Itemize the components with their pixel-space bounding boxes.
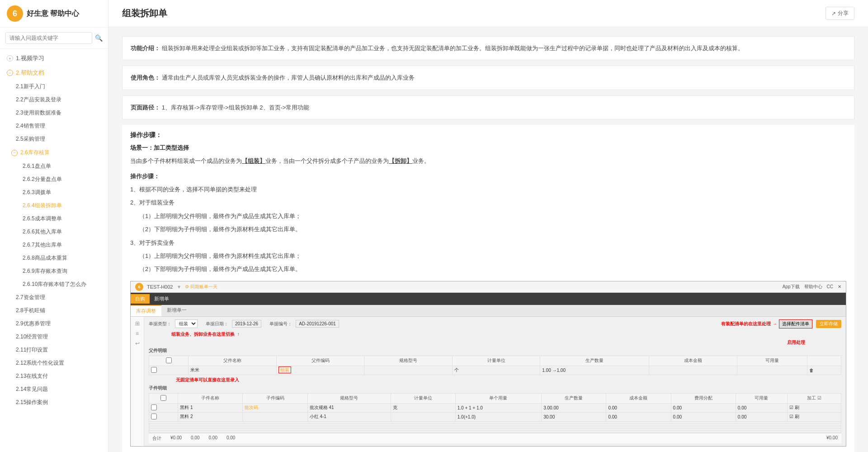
step2-text: 2、对于组装业务	[130, 197, 846, 208]
ss-cell-unit1: 个	[452, 366, 540, 375]
sidebar-item-2-6-5[interactable]: 2.6.5成本调整单	[0, 212, 108, 225]
ss-cell-avail1	[737, 366, 807, 375]
ops-title: 操作步骤：	[130, 131, 846, 139]
ss-cell2-spec1: 批次规格 41	[307, 403, 391, 412]
ops-steps-label: 操作步骤：	[130, 171, 846, 181]
ss-select-bom-btn[interactable]: 选择配件清单	[779, 319, 812, 328]
sidebar-item-2-15[interactable]: 2.15操作案例	[0, 396, 108, 409]
ss-icon-2: ≡	[136, 330, 139, 337]
ss-save-btn[interactable]: 立即存储	[816, 320, 841, 328]
ss-type-label: 单据类型：	[149, 321, 171, 327]
ss-cell2-spec2: 小红 4-1	[307, 412, 391, 421]
sidebar-item-2-2[interactable]: 2.2产品安装及登录	[0, 93, 108, 106]
search-box: 🔍	[0, 28, 108, 49]
scenario-title: 场景一：加工类型选择	[130, 144, 846, 152]
ss-child-cb1[interactable]	[151, 404, 157, 410]
ss-th-op2: 加工 ☑	[787, 393, 841, 403]
nav-label-2-6: 2.6库存核算	[20, 149, 50, 157]
step3-text: 3、对于拆卖业务	[130, 238, 846, 248]
ops-steps-content: 操作步骤： 1、根据不同的业务，选择不同单据的类型来处理 2、对于组装业务 （1…	[130, 171, 846, 275]
sidebar-item-1[interactable]: + 1.视频学习	[0, 51, 108, 66]
ss-cell2-fee1: 0.00	[671, 403, 736, 412]
sidebar-item-2-1[interactable]: 2.1新手入门	[0, 80, 108, 93]
ss-th-spec2: 规格型号	[307, 393, 391, 403]
sidebar-item-2-6-3[interactable]: 2.6.3调拨单	[0, 186, 108, 199]
sidebar-item-2-14[interactable]: 2.14常见问题	[0, 383, 108, 396]
logo-icon: 6	[7, 5, 23, 22]
ss-annotation3-area: 启用处理	[149, 339, 841, 346]
sidebar-item-2-6-2[interactable]: 2.6.2分量盘点单	[0, 173, 108, 186]
ss-empty-row7	[149, 430, 841, 433]
sidebar-item-2-11[interactable]: 2.11打印设置	[0, 343, 108, 357]
page-title: 组装拆卸单	[122, 7, 167, 19]
screenshot-container: 6 TEST-H002 ▼ ⚙ 同期账单一天 App下载 帮助中心 CC ✕ 自…	[130, 281, 846, 447]
ss-nav-home: 自购	[131, 294, 150, 304]
ss-th-code2: 子件编码	[243, 393, 307, 403]
ss-th-spec1: 规格型号	[364, 356, 452, 366]
app-name: 好生意 帮助中心	[27, 9, 79, 19]
ss-cell2-prod2: 30.00	[542, 412, 606, 421]
nav-list: + 1.视频学习 − 2.帮助文档 2.1新手入门 2.2产品安装及登录 2.3…	[0, 49, 108, 452]
ss-parent-table: 父件名称 父件编码 规格型号 计量单位 生产数量 成本金额 可用量	[149, 356, 841, 375]
ss-icon-sidebar: ⊞ ≡ ↩	[131, 317, 144, 446]
ss-cell2-cost2: 0.00	[606, 412, 671, 421]
ss-annotation4-area: 组装业务、拆卸业务在这里切换 ↑	[149, 331, 841, 338]
search-icon[interactable]: 🔍	[95, 34, 103, 42]
sidebar-item-2-6-9[interactable]: 2.6.9库存账本查询	[0, 265, 108, 278]
sidebar-item-2-6-1[interactable]: 2.6.1盘点单	[0, 160, 108, 173]
share-button[interactable]: ↗ 分享	[826, 7, 854, 20]
ss-date-label: 单据日期：	[206, 321, 228, 327]
content-header: 组装拆卸单 ↗ 分享	[108, 0, 868, 27]
sidebar-item-2[interactable]: − 2.帮助文档	[0, 66, 108, 80]
share-icon: ↗	[831, 10, 836, 17]
sidebar-item-2-12[interactable]: 2.12系统个性化设置	[0, 357, 108, 370]
ss-th-cost2: 成本金额	[606, 393, 671, 403]
sidebar-item-2-6-4[interactable]: 2.6.4组装拆卸单	[0, 199, 108, 212]
ss-th-prod-qty: 生产数量	[542, 393, 606, 403]
ss-footer-v1: ¥0.00	[170, 435, 182, 442]
ss-annotation4-text: 组装业务、拆卸业务在这里切换	[171, 331, 235, 338]
sidebar-item-2-6-7[interactable]: 2.6.7其他出库单	[0, 238, 108, 252]
sidebar-item-2-4[interactable]: 2.4销售管理	[0, 119, 108, 133]
ss-cell2-avail2: 0.00	[736, 412, 787, 421]
ss-th-name1: 父件名称	[189, 356, 276, 366]
ss-arrow1: →	[773, 321, 777, 326]
scenario-desc-text: 当由多个子件材料组装成一个成品的业务为【组装】业务，当由一个父件拆分成多个子产品…	[130, 156, 846, 166]
sidebar-item-2-5[interactable]: 2.5采购管理	[0, 133, 108, 146]
ss-cell2-single2: 1.0(+1.0)	[455, 412, 541, 421]
ss-th-cb2	[149, 393, 178, 403]
sidebar: 6 好生意 帮助中心 🔍 + 1.视频学习 − 2.帮助文档 2.1新手入门 2…	[0, 0, 108, 452]
ss-cell2-unit1: 克	[391, 403, 455, 412]
sidebar-item-2-13[interactable]: 2.13在线支付	[0, 370, 108, 383]
sidebar-item-2-6[interactable]: − 2.6库存核算	[0, 146, 108, 160]
sidebar-item-2-6-10[interactable]: 2.6.10库存账本错了怎么办	[0, 278, 108, 291]
ss-app-store: App下载	[783, 284, 800, 290]
role-label: 使用角色：	[131, 74, 160, 81]
sidebar-item-2-3[interactable]: 2.3使用前数据准备	[0, 106, 108, 119]
ss-type-in-cell: 组装	[278, 366, 291, 373]
sidebar-item-2-7[interactable]: 2.7资金管理	[0, 291, 108, 304]
ss-logo: 6	[135, 283, 143, 291]
ss-select-all-2[interactable]	[160, 395, 166, 401]
content-body: 功能介绍： 组装拆卸单用来处理企业组装或拆卸等加工业务，支持有固定装配清单的产品…	[108, 27, 868, 452]
sidebar-item-2-6-6[interactable]: 2.6.6其他入库单	[0, 225, 108, 238]
share-label: 分享	[838, 10, 849, 17]
ss-topbar-left: 6 TEST-H002 ▼ ⚙ 同期账单一天	[135, 283, 217, 291]
sidebar-item-2-9[interactable]: 2.9优惠券管理	[0, 317, 108, 330]
ss-child-cb2[interactable]	[151, 414, 157, 419]
ss-child-row7	[149, 430, 841, 433]
ss-annotation3-text: 启用处理	[787, 339, 805, 346]
ss-tabs: 库存调整 新增单一	[131, 305, 846, 317]
ss-type-select[interactable]: 组装 拆卸	[175, 319, 198, 328]
sidebar-item-2-6-8[interactable]: 2.6.8商品成本重算	[0, 252, 108, 265]
ss-cell-cb1	[149, 366, 189, 375]
ss-cell-spec1	[364, 366, 452, 375]
ss-row1-cb[interactable]	[151, 367, 157, 373]
ss-topbar: 6 TEST-H002 ▼ ⚙ 同期账单一天 App下载 帮助中心 CC ✕	[131, 281, 846, 293]
sidebar-item-2-8[interactable]: 2.8手机旺铺	[0, 304, 108, 317]
ss-select-all-1[interactable]	[166, 357, 172, 363]
search-input[interactable]	[5, 32, 92, 44]
sidebar-item-2-10[interactable]: 2.10经营管理	[0, 330, 108, 343]
ss-th-code1: 父件编码	[276, 356, 364, 366]
ss-th-op1	[807, 356, 841, 366]
